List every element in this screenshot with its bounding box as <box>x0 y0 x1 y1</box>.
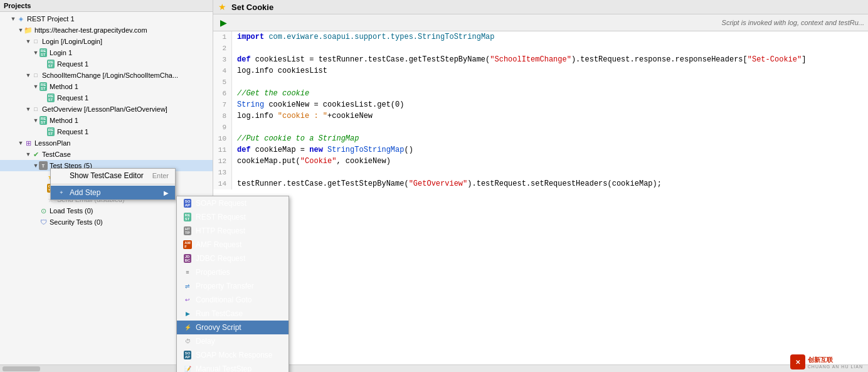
code-line-9: 9 <box>213 122 868 133</box>
tree-item-getoverview-request[interactable]: ▷ REST Request 1 <box>0 126 213 137</box>
submenu-http-request[interactable]: HTTP HTTP Request <box>177 224 288 238</box>
submenu-delay[interactable]: ⏱ Delay <box>177 334 288 348</box>
rest-icon: REST <box>183 213 192 221</box>
expand-arrow: ▼ <box>25 38 31 45</box>
tree-label: REST Project 1 <box>27 15 75 23</box>
tree-label: Request 1 <box>57 94 88 102</box>
submenu-soap-request[interactable]: SOAP SOAP Request <box>177 196 288 210</box>
rest-req-icon: REST <box>46 60 55 68</box>
goto-icon: ↩ <box>183 295 192 304</box>
header-star-icon: ★ <box>218 2 226 12</box>
submenu-label: SOAP Request <box>196 199 246 208</box>
tree-item-lessonplan[interactable]: ▼ ⊞ LessonPlan <box>0 137 213 149</box>
tree-item-getoverview[interactable]: ▼ □ GetOverview [/LessonPlan/GetOverview… <box>0 104 213 115</box>
tree-label: TestCase <box>42 151 71 158</box>
expand-arrow: ▼ <box>33 50 39 56</box>
menu-add-step[interactable]: + Add Step ▶ SOAP SOAP Request REST REST… <box>51 186 175 199</box>
code-line-5: 5 <box>213 77 868 88</box>
submenu-soap-mock-response[interactable]: SOAP SOAP Mock Response <box>177 348 288 362</box>
content-area: ★ Set Cookie ▶ Script is invoked with lo… <box>213 0 868 372</box>
tree-item-schoolitem[interactable]: ▼ □ SchoolItemChange [/Login/SchoolItemC… <box>0 70 213 81</box>
expand-arrow: ▼ <box>18 140 24 146</box>
submenu-label: SOAP Mock Response <box>196 351 273 359</box>
submenu-label: HTTP Request <box>196 226 245 235</box>
logo-area: ✕ 创新互联 CHUANG AN HU LIAN <box>790 354 863 369</box>
manual-icon: 📝 <box>183 364 192 372</box>
folder-icon: 📁 <box>24 26 33 35</box>
editor-scrollbar[interactable] <box>213 364 868 372</box>
code-line-6: 6 //Get the cookie <box>213 88 868 99</box>
code-line-7: 7 String cookieNew = cookiesList.get(0) <box>213 99 868 110</box>
submenu-label: REST Request <box>196 213 246 221</box>
submenu-rest-request[interactable]: REST REST Request <box>177 210 288 224</box>
tree-label: Method 1 <box>50 83 78 90</box>
submenu-label: Property Transfer <box>196 282 254 290</box>
expand-arrow: ▼ <box>33 117 39 124</box>
soap-icon: SOAP <box>183 199 192 208</box>
tree-item-testcase[interactable]: ▼ ✔ TestCase <box>0 149 213 160</box>
props-icon: ≡ <box>183 268 192 277</box>
tree-item-schoolitem-request[interactable]: ▷ REST Request 1 <box>0 92 213 104</box>
tree-label: https://teacher-test.grapecitydev.com <box>34 26 147 34</box>
submenu-conditional-goto[interactable]: ↩ Conditional Goto <box>177 293 288 307</box>
run-button[interactable]: ▶ <box>217 16 230 29</box>
http-icon: HTTP <box>183 226 192 235</box>
submenu: SOAP SOAP Request REST REST Request HTTP… <box>176 196 289 372</box>
submenu-label: Properties <box>196 268 230 277</box>
menu-item-label: Add Step <box>70 188 100 197</box>
menu-separator <box>51 184 175 184</box>
menu-show-testcase-editor[interactable]: Show TestCase Editor Enter <box>51 169 175 183</box>
mock-icon: SOAP <box>183 351 192 359</box>
context-menu: Show TestCase Editor Enter + Add Step ▶ … <box>50 168 176 200</box>
tree-item-schoolitem-method[interactable]: ▼ REST Method 1 <box>0 81 213 92</box>
submenu-property-transfer[interactable]: ⇌ Property Transfer <box>177 279 288 293</box>
tree-label: Login [/Login/Login] <box>42 38 102 45</box>
expand-arrow: ▼ <box>33 83 39 90</box>
tree-label: Request 1 <box>57 60 88 68</box>
rest-req-icon: REST <box>46 127 55 136</box>
scrollbar-thumb[interactable] <box>3 366 40 371</box>
expand-arrow: ▼ <box>25 72 31 78</box>
code-line-10: 10 //Put cookie to a StringMap <box>213 133 868 144</box>
rest-req-icon: REST <box>46 93 55 102</box>
submenu-groovy-script[interactable]: ⚡ Groovy Script <box>177 321 288 334</box>
submenu-properties[interactable]: ≡ Properties <box>177 265 288 279</box>
submenu-label: Manual TestStep <box>196 364 251 372</box>
shortcut-label: Enter <box>152 172 169 179</box>
tree-item-login-request[interactable]: ▷ REST Request 1 <box>0 58 213 70</box>
submenu-label: Run TestCase <box>196 309 243 318</box>
submenu-jdbc-request[interactable]: JDBC JDBC Request <box>177 252 288 265</box>
code-line-3: 3 def cookiesList = testRunner.testCase.… <box>213 54 868 65</box>
logo-text: 创新互联 CHUANG AN HU LIAN <box>808 356 863 369</box>
submenu-arrow: ▶ <box>164 189 169 196</box>
tree-item-getoverview-method[interactable]: ▼ REST Method 1 <box>0 115 213 126</box>
submenu-run-testcase[interactable]: ▶ Run TestCase <box>177 307 288 321</box>
logo-pinyin-text: CHUANG AN HU LIAN <box>808 364 863 369</box>
submenu-label: Groovy Script <box>196 323 241 332</box>
submenu-manual-teststep[interactable]: 📝 Manual TestStep <box>177 362 288 372</box>
code-line-4: 4 log.info cookiesList <box>213 65 868 77</box>
run-icon: ▶ <box>183 309 192 318</box>
tree-label: Load Tests (0) <box>50 207 93 215</box>
toolbar-hint: Script is invoked with log, context and … <box>722 19 864 26</box>
tree-label: Method 1 <box>50 117 78 124</box>
editor-title: Set Cookie <box>231 3 273 12</box>
tree-item-rest-project[interactable]: ▼ ◈ REST Project 1 <box>0 13 213 24</box>
folder-icon: ⊞ <box>24 139 33 147</box>
code-line-13: 13 <box>213 167 868 178</box>
submenu-label: Delay <box>196 337 215 346</box>
folder-icon: □ <box>31 71 40 80</box>
testcase-editor-icon <box>57 171 66 180</box>
tree-item-https[interactable]: ▼ 📁 https://teacher-test.grapecitydev.co… <box>0 24 213 36</box>
folder-icon: □ <box>31 105 40 114</box>
tree-label: SchoolItemChange [/Login/SchoolItemCha..… <box>42 72 178 79</box>
jdbc-icon: JDBC <box>183 254 192 263</box>
rest-method-icon: REST <box>39 116 48 125</box>
load-icon: ⊙ <box>39 206 48 215</box>
security-icon: 🛡 <box>39 218 48 226</box>
tree-item-login-method[interactable]: ▼ REST Login 1 <box>0 47 213 58</box>
code-line-8: 8 log.info "cookie : "+cookieNew <box>213 110 868 122</box>
tree-item-login[interactable]: ▼ □ Login [/Login/Login] <box>0 36 213 47</box>
code-editor[interactable]: 1 import com.eviware.soapui.support.type… <box>213 31 868 364</box>
submenu-amf-request[interactable]: AMF AMF Request <box>177 238 288 252</box>
